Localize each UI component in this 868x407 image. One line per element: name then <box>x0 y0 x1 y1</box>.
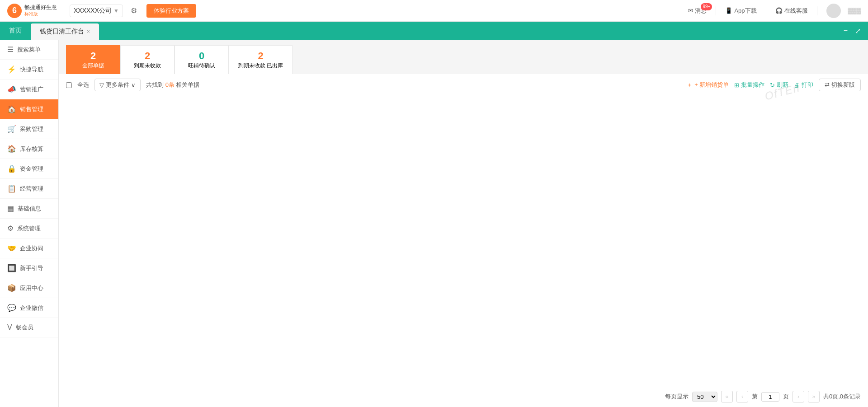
chevron-down-icon: ▼ <box>113 8 119 14</box>
add-sales-order-button[interactable]: ＋ + 新增销货单 <box>687 81 729 89</box>
divider <box>716 6 716 15</box>
refresh-button[interactable]: ↻ 刷新 <box>770 81 788 89</box>
trial-button[interactable]: 体验行业方案 <box>146 4 196 18</box>
content-area: 2 全部单据 2 到期未收款 0 旺辅待确认 2 到期未收款 已出库 全选 ▽ … <box>59 40 868 407</box>
switch-version-button[interactable]: ⇄ 切换新版 <box>819 79 861 91</box>
next-page-button[interactable]: › <box>793 391 804 402</box>
sidebar-label: 新手引导 <box>20 264 43 272</box>
sidebar-label: 搜索菜单 <box>17 46 41 54</box>
headset-icon: 🎧 <box>775 7 783 14</box>
summary-tabs: 2 全部单据 2 到期未收款 0 旺辅待确认 2 到期未收款 已出库 <box>59 40 868 74</box>
lock-icon: 🔒 <box>7 164 16 173</box>
warehouse-icon: 🏠 <box>7 145 16 153</box>
top-bar: 6 畅捷通好生意 标准版 XXXXXX公司 ▼ ⚙ 体验行业方案 ✉ 消息 99… <box>0 0 868 22</box>
sidebar-item-enterprise[interactable]: 🤝 企业协同 <box>0 239 58 258</box>
summary-tab-all[interactable]: 2 全部单据 <box>66 45 120 74</box>
app-icon: 📦 <box>7 284 16 292</box>
summary-tab-wangwang[interactable]: 0 旺辅待确认 <box>175 45 229 74</box>
select-all-label: 全选 <box>77 81 89 89</box>
pagination: 每页显示 50 20 100 « ‹ 第 页 › » 共0页,0条记录 <box>59 386 868 407</box>
company-name: XXXXXX公司 <box>74 7 112 15</box>
filter-icon: ▽ <box>99 82 104 89</box>
last-page-button[interactable]: » <box>808 391 820 402</box>
settings-button[interactable]: ⚙ <box>127 4 141 18</box>
print-icon: 🖨 <box>794 82 800 89</box>
sidebar-label: 企业协同 <box>20 244 43 253</box>
sidebar-label: 基础信息 <box>18 205 41 213</box>
summary-label-all: 全部单据 <box>75 62 111 70</box>
company-selector[interactable]: XXXXXX公司 ▼ <box>70 5 123 17</box>
sidebar-label: 系统管理 <box>17 225 41 233</box>
message-button[interactable]: ✉ 消息 99+ <box>688 7 707 15</box>
last-page-icon: » <box>812 393 816 400</box>
tab-home[interactable]: 首页 <box>0 22 31 40</box>
page-size-select[interactable]: 50 20 100 <box>692 392 717 402</box>
page-label-prefix: 第 <box>752 393 758 401</box>
sidebar-item-quick-nav[interactable]: ⚡ 快捷导航 <box>0 60 58 80</box>
cart-icon: 🛒 <box>7 125 16 133</box>
batch-operation-button[interactable]: ⊞ 批量操作 <box>734 81 764 89</box>
page-size-label: 每页显示 <box>665 393 689 401</box>
grid-icon: ▦ <box>7 204 14 213</box>
logo-icon: 6 <box>7 4 22 18</box>
tab-active[interactable]: 钱货日清工作台 × <box>31 23 99 40</box>
summary-tab-overdue[interactable]: 2 到期未收款 <box>120 45 175 74</box>
summary-count-wangwang: 0 <box>184 50 219 62</box>
sidebar-item-marketing[interactable]: 📣 营销推广 <box>0 80 58 99</box>
app-download-button[interactable]: 📱 App下载 <box>725 7 756 15</box>
tab-close-icon[interactable]: × <box>87 28 90 35</box>
divider3 <box>817 6 817 15</box>
sidebar-item-purchase[interactable]: 🛒 采购管理 <box>0 119 58 139</box>
clipboard-icon: 📋 <box>7 184 16 193</box>
total-pages-label: 共0页,0条记录 <box>823 393 861 401</box>
online-service-button[interactable]: 🎧 在线客服 <box>775 7 808 15</box>
first-page-button[interactable]: « <box>721 391 733 402</box>
sidebar-item-operations[interactable]: 📋 经营管理 <box>0 179 58 199</box>
filter-button[interactable]: ▽ 更多条件 ∨ <box>94 79 141 91</box>
sidebar-item-capital[interactable]: 🔒 资金管理 <box>0 159 58 179</box>
sidebar-label: 企业微信 <box>20 304 43 312</box>
sidebar-item-app-center[interactable]: 📦 应用中心 <box>0 278 58 298</box>
prev-page-button[interactable]: ‹ <box>736 391 748 402</box>
summary-count-all: 2 <box>75 50 111 62</box>
logo-area: 6 畅捷通好生意 标准版 <box>7 4 66 18</box>
found-text: 共找到 0条 相关单据 <box>146 81 199 89</box>
sidebar-label: 营销推广 <box>20 85 43 94</box>
summary-label-overdue: 到期未收款 <box>130 62 165 70</box>
tab-maximize-button[interactable]: ⤢ <box>853 25 863 37</box>
sidebar-item-guide[interactable]: 🔲 新手引导 <box>0 258 58 278</box>
home-icon: 🏠 <box>7 105 16 113</box>
avatar[interactable] <box>826 4 841 18</box>
tab-minimize-button[interactable]: − <box>842 25 849 37</box>
divider2 <box>766 6 766 15</box>
sidebar-item-basic-info[interactable]: ▦ 基础信息 <box>0 199 58 219</box>
refresh-icon: ↻ <box>770 82 775 89</box>
page-number-input[interactable] <box>761 392 779 402</box>
toolbar-right: ＋ + 新增销货单 ⊞ 批量操作 ↻ 刷新 🖨 打印 ⇄ 切换新版 <box>687 79 861 91</box>
handshake-icon: 🤝 <box>7 244 16 253</box>
select-all-checkbox[interactable] <box>66 82 72 88</box>
logo-text-line1: 畅捷通好生意 <box>24 4 57 11</box>
sidebar-label: 畅会员 <box>16 323 33 332</box>
sidebar-item-wechat[interactable]: 💬 企业微信 <box>0 298 58 318</box>
summary-tab-overdue-shipped[interactable]: 2 到期未收款 已出库 <box>229 45 292 74</box>
user-name[interactable]: ▓▓▓ <box>848 7 861 14</box>
sidebar-item-system[interactable]: ⚙ 系统管理 <box>0 219 58 239</box>
megaphone-icon: 📣 <box>7 85 16 94</box>
sidebar-item-search-menu[interactable]: ☰ 搜索菜单 <box>0 40 58 60</box>
message-badge: 99+ <box>701 3 712 10</box>
menu-icon: ☰ <box>7 45 14 54</box>
summary-count-overdue-shipped: 2 <box>238 50 283 62</box>
found-count: 0条 <box>165 81 175 88</box>
sidebar-item-sales[interactable]: 🏠 销售管理 <box>0 99 58 119</box>
summary-count-overdue: 2 <box>130 50 165 62</box>
phone-icon: 📱 <box>725 7 732 14</box>
dropdown-icon: ∨ <box>131 82 136 89</box>
message-icon: ✉ <box>688 7 693 14</box>
switch-icon: ⇄ <box>825 81 830 88</box>
sidebar-item-member[interactable]: V 畅会员 <box>0 318 58 337</box>
summary-label-overdue-shipped: 到期未收款 已出库 <box>238 62 283 70</box>
print-button[interactable]: 🖨 打印 <box>794 81 813 89</box>
batch-icon: ⊞ <box>734 82 739 89</box>
sidebar-item-inventory[interactable]: 🏠 库存核算 <box>0 139 58 159</box>
